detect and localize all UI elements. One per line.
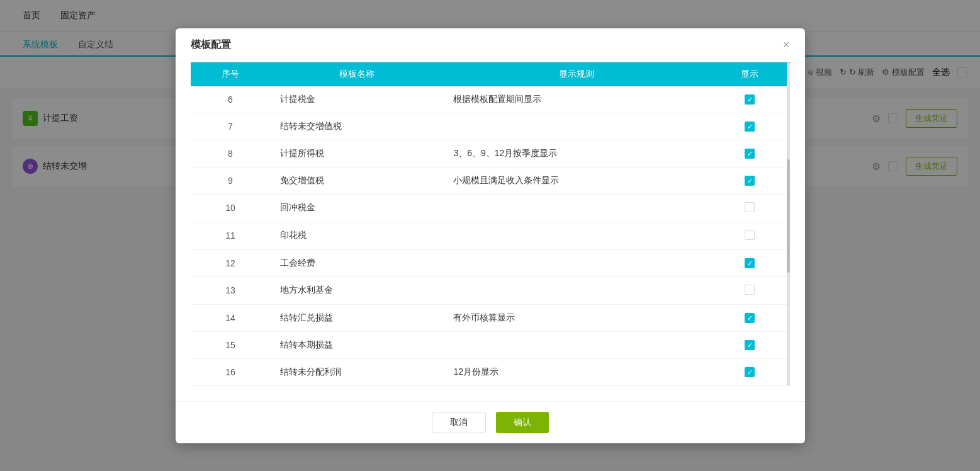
checkbox-checked-0[interactable]: ✓ bbox=[745, 94, 755, 105]
modal-footer: 取消 确认 bbox=[176, 401, 805, 443]
modal-overlay: 模板配置 × 序号 模板名称 显示规则 显示 6计提税金根据模板配置期间显 bbox=[0, 0, 980, 471]
cell-name-8: 结转汇兑损益 bbox=[270, 304, 443, 331]
checkbox-unchecked-4[interactable] bbox=[745, 202, 755, 212]
cell-id-1: 7 bbox=[191, 113, 271, 140]
cell-rule-2: 3、6、9、12月按季度显示 bbox=[443, 140, 709, 167]
table-row: 6计提税金根据模板配置期间显示✓ bbox=[191, 86, 790, 113]
table-wrapper: 序号 模板名称 显示规则 显示 6计提税金根据模板配置期间显示✓7结转未交增值税… bbox=[191, 62, 790, 386]
cell-rule-10: 12月份显示 bbox=[443, 358, 709, 385]
cell-id-0: 6 bbox=[191, 86, 271, 113]
col-header-rule: 显示规则 bbox=[443, 62, 709, 86]
cell-rule-7 bbox=[443, 276, 709, 304]
col-header-id: 序号 bbox=[191, 62, 271, 86]
cell-name-10: 结转未分配利润 bbox=[270, 358, 443, 385]
table-row: 11印花税 bbox=[191, 222, 790, 249]
cell-name-4: 回冲税金 bbox=[270, 194, 443, 222]
checkbox-checked-2[interactable]: ✓ bbox=[745, 149, 755, 159]
modal-body: 序号 模板名称 显示规则 显示 6计提税金根据模板配置期间显示✓7结转未交增值税… bbox=[176, 62, 805, 401]
cell-id-9: 15 bbox=[191, 331, 271, 358]
cell-check-2: ✓ bbox=[710, 140, 790, 167]
cell-name-6: 工会经费 bbox=[270, 249, 443, 276]
cell-check-5 bbox=[710, 222, 790, 249]
cell-rule-6 bbox=[443, 249, 709, 276]
table-row: 10回冲税金 bbox=[191, 194, 790, 222]
table-row: 13地方水利基金 bbox=[191, 276, 790, 304]
modal-header: 模板配置 × bbox=[176, 28, 805, 62]
cell-check-9: ✓ bbox=[710, 331, 790, 358]
config-table: 序号 模板名称 显示规则 显示 6计提税金根据模板配置期间显示✓7结转未交增值税… bbox=[191, 62, 790, 386]
cell-id-3: 9 bbox=[191, 167, 271, 194]
table-row: 9免交增值税小规模且满足收入条件显示✓ bbox=[191, 167, 790, 194]
modal-close-button[interactable]: × bbox=[783, 39, 790, 50]
cell-check-0: ✓ bbox=[710, 86, 790, 113]
cell-rule-0: 根据模板配置期间显示 bbox=[443, 86, 709, 113]
table-row: 16结转未分配利润12月份显示✓ bbox=[191, 358, 790, 385]
cell-name-2: 计提所得税 bbox=[270, 140, 443, 167]
confirm-button[interactable]: 确认 bbox=[496, 412, 549, 433]
cell-check-6: ✓ bbox=[710, 249, 790, 276]
table-row: 8计提所得税3、6、9、12月按季度显示✓ bbox=[191, 140, 790, 167]
cell-check-1: ✓ bbox=[710, 113, 790, 140]
cell-rule-1 bbox=[443, 113, 709, 140]
cell-name-3: 免交增值税 bbox=[270, 167, 443, 194]
scrollbar-track bbox=[787, 62, 790, 386]
cell-name-0: 计提税金 bbox=[270, 86, 443, 113]
cell-check-10: ✓ bbox=[710, 358, 790, 385]
checkbox-checked-10[interactable]: ✓ bbox=[745, 367, 755, 377]
col-header-name: 模板名称 bbox=[270, 62, 443, 86]
checkbox-checked-1[interactable]: ✓ bbox=[745, 122, 755, 132]
cell-id-6: 12 bbox=[191, 249, 271, 276]
cell-rule-9 bbox=[443, 331, 709, 358]
checkbox-checked-6[interactable]: ✓ bbox=[745, 258, 755, 268]
cell-rule-3: 小规模且满足收入条件显示 bbox=[443, 167, 709, 194]
cell-rule-4 bbox=[443, 194, 709, 222]
cancel-button[interactable]: 取消 bbox=[432, 412, 486, 433]
cell-id-2: 8 bbox=[191, 140, 271, 167]
table-row: 12工会经费✓ bbox=[191, 249, 790, 276]
cell-rule-8: 有外币核算显示 bbox=[443, 304, 709, 331]
cell-check-4 bbox=[710, 194, 790, 222]
cell-check-8: ✓ bbox=[710, 304, 790, 331]
cell-name-9: 结转本期损益 bbox=[270, 331, 443, 358]
cell-check-3: ✓ bbox=[710, 167, 790, 194]
col-header-display: 显示 bbox=[710, 62, 790, 86]
checkbox-checked-3[interactable]: ✓ bbox=[745, 176, 755, 186]
table-header-row: 序号 模板名称 显示规则 显示 bbox=[191, 62, 790, 86]
cell-name-1: 结转未交增值税 bbox=[270, 113, 443, 140]
cell-id-8: 14 bbox=[191, 304, 271, 331]
table-row: 7结转未交增值税✓ bbox=[191, 113, 790, 140]
table-row: 15结转本期损益✓ bbox=[191, 331, 790, 358]
cell-check-7 bbox=[710, 276, 790, 304]
cell-name-7: 地方水利基金 bbox=[270, 276, 443, 304]
modal-template-config: 模板配置 × 序号 模板名称 显示规则 显示 6计提税金根据模板配置期间显 bbox=[176, 28, 805, 443]
cell-id-4: 10 bbox=[191, 194, 271, 222]
checkbox-checked-8[interactable]: ✓ bbox=[745, 313, 755, 323]
cell-name-5: 印花税 bbox=[270, 222, 443, 249]
cell-id-10: 16 bbox=[191, 358, 271, 385]
modal-title: 模板配置 bbox=[191, 38, 231, 52]
scrollbar-thumb bbox=[787, 159, 790, 273]
checkbox-unchecked-5[interactable] bbox=[745, 230, 755, 240]
checkbox-checked-9[interactable]: ✓ bbox=[745, 340, 755, 350]
table-body: 6计提税金根据模板配置期间显示✓7结转未交增值税✓8计提所得税3、6、9、12月… bbox=[191, 86, 790, 386]
checkbox-unchecked-7[interactable] bbox=[745, 285, 755, 295]
cell-rule-5 bbox=[443, 222, 709, 249]
cell-id-5: 11 bbox=[191, 222, 271, 249]
cell-id-7: 13 bbox=[191, 276, 271, 304]
table-row: 14结转汇兑损益有外币核算显示✓ bbox=[191, 304, 790, 331]
